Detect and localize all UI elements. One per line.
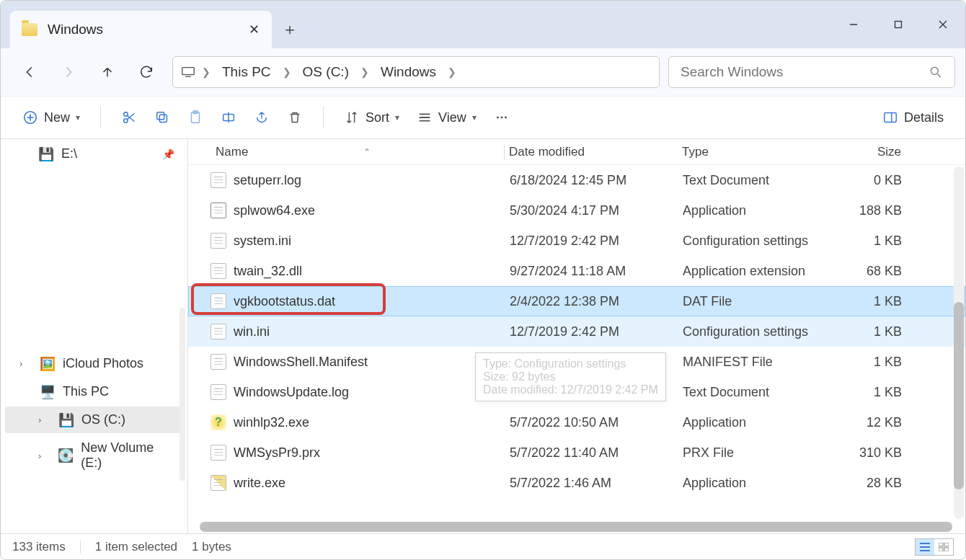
table-row[interactable]: WindowsShell.Manifest5/7/2022 10:49 AMMA…: [188, 347, 965, 377]
chevron-right-icon[interactable]: ❯: [199, 66, 213, 78]
sidebar-item[interactable]: 🖥️This PC: [5, 378, 183, 405]
sidebar-quick-item[interactable]: 💾 E:\ 📌: [5, 141, 183, 167]
svg-rect-1: [895, 22, 902, 28]
file-size: 1 KB: [827, 324, 913, 339]
search-box[interactable]: [668, 56, 955, 88]
file-size: 1 KB: [827, 234, 913, 249]
column-name[interactable]: Name⌃: [194, 145, 509, 159]
breadcrumb-seg-0[interactable]: This PC: [216, 61, 277, 83]
close-window-button[interactable]: [921, 1, 965, 48]
chevron-right-icon[interactable]: ❯: [358, 66, 372, 78]
svg-rect-27: [885, 113, 897, 123]
sidebar-item[interactable]: ›💾OS (C:): [5, 406, 183, 433]
view-button[interactable]: View ▾: [409, 103, 484, 132]
file-type: PRX File: [683, 445, 827, 461]
cut-button[interactable]: [114, 103, 144, 132]
chevron-right-icon[interactable]: ›: [38, 450, 50, 461]
file-date: 5/7/2022 10:49 AM: [510, 355, 683, 370]
file-type: Application: [683, 203, 827, 218]
folder-icon: [22, 23, 37, 36]
new-tab-button[interactable]: ＋: [272, 11, 308, 48]
vertical-scrollbar-thumb[interactable]: [954, 302, 964, 489]
svg-rect-35: [944, 548, 949, 551]
chevron-down-icon: ▾: [76, 112, 80, 123]
file-date: 10/10/2024 12:00 PM: [510, 385, 683, 400]
minimize-button[interactable]: [831, 1, 876, 48]
table-row[interactable]: WMSysPr9.prx5/7/2022 11:40 AMPRX File310…: [188, 437, 965, 468]
delete-button[interactable]: [280, 103, 310, 132]
rename-button[interactable]: [213, 103, 244, 132]
sidebar-item[interactable]: ›💽New Volume (E:): [5, 435, 183, 476]
svg-rect-31: [920, 550, 930, 551]
table-row[interactable]: splwow64.exe5/30/2024 4:17 PMApplication…: [188, 195, 965, 226]
table-row[interactable]: twain_32.dll9/27/2024 11:18 AMApplicatio…: [188, 256, 965, 286]
share-icon: [254, 110, 270, 125]
thumb-view-button[interactable]: [934, 539, 953, 555]
svg-rect-33: [944, 543, 949, 546]
up-button[interactable]: [89, 56, 126, 88]
file-type: Application: [683, 415, 827, 430]
tab-title: Windows: [48, 22, 237, 37]
file-type: Text Document: [683, 173, 827, 188]
file-date: 12/7/2019 2:42 PM: [510, 234, 683, 249]
chevron-right-icon[interactable]: ❯: [445, 66, 459, 78]
file-type: DAT File: [683, 294, 827, 309]
status-bar: 133 items 1 item selected 1 bytes: [1, 533, 965, 559]
file-date: 5/7/2022 10:50 AM: [510, 415, 683, 430]
table-row[interactable]: system.ini12/7/2019 2:42 PMConfiguration…: [188, 226, 965, 256]
file-icon: [211, 203, 226, 218]
refresh-button[interactable]: [128, 56, 165, 88]
chevron-right-icon[interactable]: ›: [19, 358, 32, 369]
maximize-button[interactable]: [876, 1, 921, 48]
file-name: WindowsShell.Manifest: [234, 355, 368, 370]
copy-button[interactable]: [147, 103, 177, 132]
column-date[interactable]: Date modified: [509, 145, 682, 159]
chevron-right-icon[interactable]: ❯: [280, 66, 294, 78]
table-row[interactable]: WindowsUpdate.log10/10/2024 12:00 PMText…: [188, 377, 965, 407]
forward-button[interactable]: [50, 56, 87, 88]
search-input[interactable]: [681, 64, 929, 80]
file-name: splwow64.exe: [234, 203, 315, 218]
details-pane-button[interactable]: Details: [875, 103, 951, 132]
file-list[interactable]: setuperr.log6/18/2024 12:45 PMText Docum…: [188, 165, 965, 533]
new-button[interactable]: New ▾: [15, 103, 87, 132]
share-button[interactable]: [247, 103, 277, 132]
table-row[interactable]: write.exe5/7/2022 1:46 AMApplication28 K…: [188, 468, 965, 498]
more-button[interactable]: [487, 103, 517, 132]
table-row[interactable]: setuperr.log6/18/2024 12:45 PMText Docum…: [188, 165, 965, 195]
file-size: 310 KB: [827, 445, 913, 461]
file-name: winhlp32.exe: [234, 415, 309, 430]
sidebar: 💾 E:\ 📌 ›🖼️iCloud Photos🖥️This PC›💾OS (C…: [1, 139, 188, 533]
breadcrumb-seg-1[interactable]: OS (C:): [297, 61, 355, 83]
toolbar: New ▾ Sort ▾ View ▾ Details: [1, 96, 965, 139]
view-mode-buttons: [915, 538, 954, 556]
file-name: twain_32.dll: [234, 264, 302, 279]
active-tab[interactable]: Windows ✕: [10, 11, 272, 48]
column-size[interactable]: Size: [826, 145, 913, 159]
file-size: 12 KB: [827, 415, 913, 430]
sidebar-scrollbar[interactable]: [180, 308, 185, 481]
breadcrumb-seg-2[interactable]: Windows: [375, 61, 442, 83]
horizontal-scrollbar[interactable]: [200, 522, 952, 532]
details-view-button[interactable]: [916, 539, 934, 555]
sort-button[interactable]: Sort ▾: [337, 103, 407, 132]
table-row[interactable]: win.ini12/7/2019 2:42 PMConfiguration se…: [188, 316, 965, 347]
address-bar[interactable]: ❯ This PC ❯ OS (C:) ❯ Windows ❯: [172, 56, 660, 88]
file-type: Application extension: [683, 264, 827, 279]
sort-label: Sort: [365, 110, 389, 125]
sort-icon: [344, 110, 360, 125]
file-type: Application: [683, 476, 827, 491]
column-type[interactable]: Type: [682, 145, 826, 159]
paste-button[interactable]: [180, 103, 211, 132]
file-date: 5/7/2022 1:46 AM: [510, 476, 683, 491]
table-row[interactable]: winhlp32.exe5/7/2022 10:50 AMApplication…: [188, 407, 965, 437]
table-row[interactable]: vgkbootstatus.dat2/4/2022 12:38 PMDAT Fi…: [188, 286, 965, 316]
chevron-right-icon[interactable]: ›: [38, 414, 51, 425]
close-tab-button[interactable]: ✕: [247, 23, 260, 36]
file-icon: [211, 324, 226, 339]
paste-icon: [187, 110, 203, 125]
drive-icon: 💽: [58, 449, 74, 462]
file-date: 2/4/2022 12:38 PM: [510, 294, 683, 309]
back-button[interactable]: [11, 56, 48, 88]
sidebar-item[interactable]: ›🖼️iCloud Photos: [5, 350, 183, 377]
